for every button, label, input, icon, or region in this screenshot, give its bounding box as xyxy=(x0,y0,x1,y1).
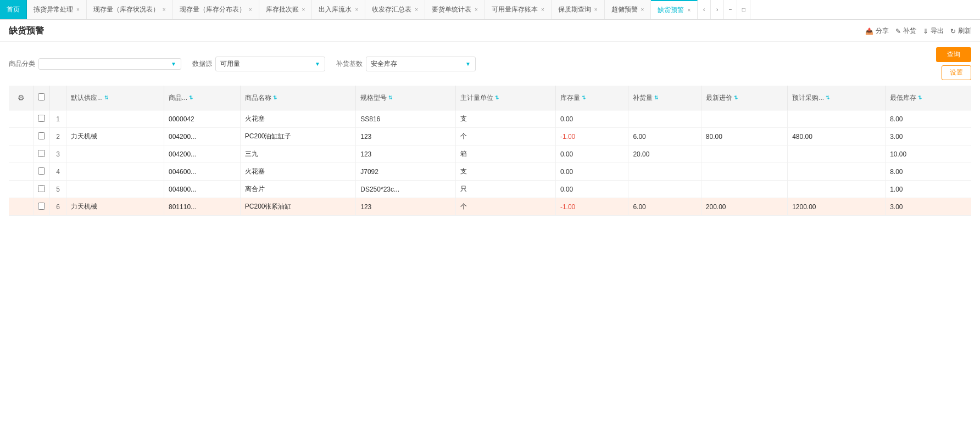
tab-expiry-query-label: 保质期查询 xyxy=(558,5,591,14)
cell-latest-price-6: 200.00 xyxy=(701,198,787,216)
th-unit[interactable]: 主计量单位 ⇅ xyxy=(455,86,555,110)
th-estimated-purchase-sort-icon: ⇅ xyxy=(826,95,830,100)
tab-inventory-dist[interactable]: 现存量（库存分布表） × xyxy=(173,0,259,19)
tab-expiry-query-close[interactable]: × xyxy=(594,7,598,13)
category-dropdown-icon: ▼ xyxy=(171,61,176,67)
tab-abnormal[interactable]: 拣货异常处理 × xyxy=(27,0,87,19)
row-checkbox-1[interactable] xyxy=(38,115,45,122)
tab-shortage[interactable]: 缺货预警 × xyxy=(651,0,698,19)
th-latest-price[interactable]: 最新进价 ⇅ xyxy=(701,86,787,110)
tab-overstock[interactable]: 超储预警 × xyxy=(605,0,652,19)
tab-available-ledger-close[interactable]: × xyxy=(541,7,544,13)
tab-abnormal-close[interactable]: × xyxy=(76,7,80,13)
tab-maximize-button[interactable]: □ xyxy=(737,0,750,19)
table-row: 2 力天机械 004200... PC200油缸缸子 123 个 -1.00 6… xyxy=(9,128,971,145)
cell-latest-price-4 xyxy=(701,163,787,181)
table-body: 1 0000042 火花塞 SS816 支 0.00 8.00 2 力天机械 0… xyxy=(9,110,971,216)
tab-inventory-status-label: 现存量（库存状况表） xyxy=(93,5,159,14)
cell-min-stock-5: 1.00 xyxy=(886,181,971,198)
category-select[interactable]: ▼ xyxy=(38,58,181,70)
cell-code-1: 0000042 xyxy=(164,110,241,128)
refresh-label: 刷新 xyxy=(958,26,971,36)
replenish-icon: ✎ xyxy=(895,27,901,35)
replenish-base-label: 补货基数 xyxy=(336,59,363,69)
replenish-action[interactable]: ✎ 补货 xyxy=(895,26,916,36)
query-button[interactable]: 查询 xyxy=(936,47,971,62)
table-row: 4 004600... 火花塞 J7092 支 0.00 8.00 xyxy=(9,163,971,181)
datasource-select[interactable]: 可用量 ▼ xyxy=(215,57,325,71)
settings-button[interactable]: 设置 xyxy=(942,65,971,80)
share-action[interactable]: 📤 分享 xyxy=(865,26,889,36)
th-estimated-purchase[interactable]: 预计采购... ⇅ xyxy=(788,86,886,110)
cell-name-6: PC200张紧油缸 xyxy=(240,198,355,216)
tab-overstock-close[interactable]: × xyxy=(641,7,644,13)
cell-estimated-purchase-2: 480.00 xyxy=(788,128,886,145)
replenish-base-select[interactable]: 安全库存 ▼ xyxy=(366,57,476,71)
cell-supplier-5 xyxy=(66,181,164,198)
table-row: 5 004800... 离合片 DS250*23c... 只 0.00 1.00 xyxy=(9,181,971,198)
cell-estimated-purchase-5 xyxy=(788,181,886,198)
cell-spec-2: 123 xyxy=(356,128,456,145)
tab-shortage-label: 缺货预警 xyxy=(658,5,684,15)
tab-minimize-button[interactable]: − xyxy=(724,0,737,19)
cell-supplier-6: 力天机械 xyxy=(66,198,164,216)
header-actions: 📤 分享 ✎ 补货 ⇓ 导出 ↻ 刷新 xyxy=(865,26,971,36)
row-checkbox-4[interactable] xyxy=(38,167,45,175)
tab-receipt-summary-label: 收发存汇总表 xyxy=(372,5,411,14)
replenish-base-dropdown-icon: ▼ xyxy=(465,61,471,67)
th-replenish-qty[interactable]: 补货量 ⇅ xyxy=(628,86,701,110)
cell-spec-1: SS816 xyxy=(356,110,456,128)
row-checkbox-6[interactable] xyxy=(38,203,45,210)
th-stock[interactable]: 库存量 ⇅ xyxy=(555,86,628,110)
th-unit-sort-icon: ⇅ xyxy=(495,95,499,100)
gear-settings-button[interactable]: ⚙ xyxy=(13,90,29,105)
cell-code-3: 004200... xyxy=(164,145,241,163)
tab-inventory-status[interactable]: 现存量（库存状况表） × xyxy=(87,0,173,19)
tab-demand-stats-label: 要货单统计表 xyxy=(432,5,471,14)
tab-expiry-query[interactable]: 保质期查询 × xyxy=(552,0,605,19)
tab-receipt-summary-close[interactable]: × xyxy=(415,7,418,13)
tab-home[interactable]: 首页 xyxy=(0,0,27,19)
replenish-label: 补货 xyxy=(903,26,916,36)
tab-prev-button[interactable]: ‹ xyxy=(698,0,711,19)
cell-unit-3: 箱 xyxy=(455,145,555,163)
tab-batch-account-close[interactable]: × xyxy=(302,7,305,13)
tab-inout-flow[interactable]: 出入库流水 × xyxy=(312,0,365,19)
cell-unit-2: 个 xyxy=(455,128,555,145)
cell-rownum-5: 5 xyxy=(50,181,66,198)
th-product-code[interactable]: 商品... ⇅ xyxy=(164,86,241,110)
tab-batch-account[interactable]: 库存批次账 × xyxy=(259,0,313,19)
cell-rownum-2: 2 xyxy=(50,128,66,145)
cell-code-2: 004200... xyxy=(164,128,241,145)
cell-name-3: 三九 xyxy=(240,145,355,163)
th-default-supplier[interactable]: 默认供应... ⇅ xyxy=(66,86,164,110)
export-action[interactable]: ⇓ 导出 xyxy=(923,26,944,36)
tab-available-ledger[interactable]: 可用量库存账本 × xyxy=(485,0,552,19)
refresh-action[interactable]: ↻ 刷新 xyxy=(950,26,971,36)
refresh-icon: ↻ xyxy=(950,27,956,35)
select-all-checkbox[interactable] xyxy=(38,93,45,100)
row-checkbox-5[interactable] xyxy=(38,185,45,192)
tab-inventory-status-close[interactable]: × xyxy=(163,7,166,13)
tab-inout-flow-close[interactable]: × xyxy=(355,7,358,13)
row-checkbox-3[interactable] xyxy=(38,150,45,157)
tab-abnormal-label: 拣货异常处理 xyxy=(34,5,73,14)
th-spec[interactable]: 规格型号 ⇅ xyxy=(356,86,456,110)
th-product-name[interactable]: 商品名称 ⇅ xyxy=(240,86,355,110)
cell-min-stock-4: 8.00 xyxy=(886,163,971,181)
category-filter: 商品分类 ▼ xyxy=(9,58,181,70)
tab-demand-stats[interactable]: 要货单统计表 × xyxy=(425,0,485,19)
cell-name-4: 火花塞 xyxy=(240,163,355,181)
cell-gear-2 xyxy=(9,128,34,145)
row-checkbox-2[interactable] xyxy=(38,132,45,139)
cell-stock-2: -1.00 xyxy=(555,128,628,145)
tab-next-button[interactable]: › xyxy=(711,0,724,19)
th-min-stock[interactable]: 最低库存 ⇅ xyxy=(886,86,971,110)
tab-shortage-close[interactable]: × xyxy=(687,7,691,13)
tab-receipt-summary[interactable]: 收发存汇总表 × xyxy=(365,0,425,19)
tab-demand-stats-close[interactable]: × xyxy=(475,7,478,13)
cell-gear-4 xyxy=(9,163,34,181)
cell-rownum-4: 4 xyxy=(50,163,66,181)
tab-inventory-dist-close[interactable]: × xyxy=(249,7,252,13)
cell-latest-price-5 xyxy=(701,181,787,198)
